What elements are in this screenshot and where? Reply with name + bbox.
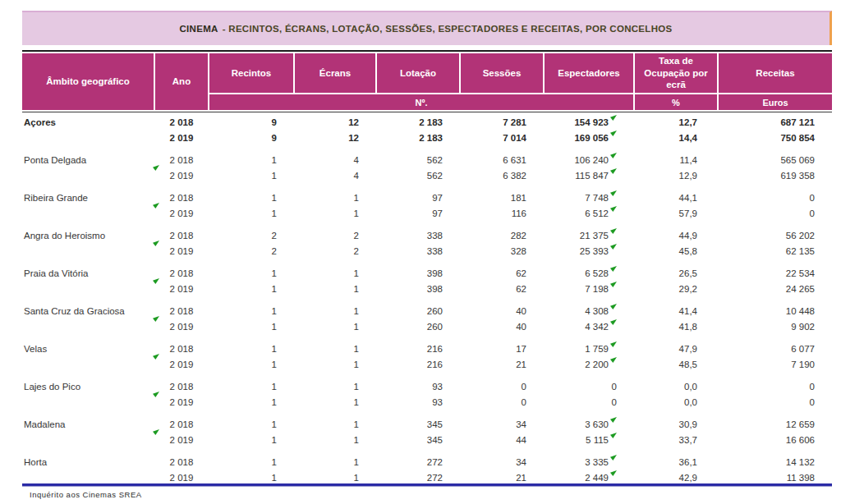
espectadores-value: 5 115 <box>586 435 609 445</box>
cell-concelho-name: Praia da Vitória <box>22 266 154 282</box>
ano-value: 2 019 <box>170 473 194 483</box>
cell-sessoes: 7 014 <box>461 131 543 146</box>
cell-lotacao: 338 <box>377 228 459 244</box>
espectadores-value: 3 630 <box>585 419 609 429</box>
cell-espectadores: 4 342 <box>545 319 633 335</box>
column-header-lotacao: Lotação <box>377 53 459 93</box>
cell-ecrans: 1 <box>295 455 375 470</box>
cell-recintos: 1 <box>209 417 293 433</box>
cell-concelho-name: Lajes do Pico <box>22 379 154 395</box>
table-row: 2 01911398627 19829,224 265 <box>22 282 832 297</box>
cell-espectadores: 21 375 <box>545 228 633 244</box>
green-flag-icon <box>610 266 617 272</box>
cell-ecrans: 1 <box>295 266 375 282</box>
cell-lotacao: 93 <box>377 379 459 395</box>
cell-lotacao: 97 <box>377 206 459 222</box>
table-row: 2 0199122 1837 014169 05614,4750 854 <box>22 131 832 146</box>
ano-value: 2 018 <box>170 193 194 203</box>
espectadores-value: 106 240 <box>574 155 609 165</box>
concelho-group: Açores2 0189122 1837 281154 92312,7687 1… <box>22 115 832 146</box>
column-header-ambito-geografico: Âmbito geográfico <box>22 53 154 110</box>
cell-recintos: 1 <box>209 266 293 282</box>
cell-lotacao: 2 183 <box>377 115 459 131</box>
cell-concelho-name <box>22 244 154 259</box>
table-body: Açores2 0189122 1837 281154 92312,7687 1… <box>22 115 832 486</box>
cell-concelho-name <box>22 282 154 297</box>
cell-receitas: 565 069 <box>719 153 832 168</box>
green-flag-icon <box>610 304 617 309</box>
cell-recintos: 2 <box>209 244 293 259</box>
cell-sessoes: 7 281 <box>461 115 543 131</box>
concelho-group: Velas2 01811216171 75947,96 0772 0191121… <box>22 341 832 373</box>
cell-ecrans: 1 <box>295 190 375 206</box>
cell-ecrans: 1 <box>295 417 375 433</box>
ano-value: 2 019 <box>170 360 194 369</box>
cell-taxa-ocupacao: 41,8 <box>635 319 717 335</box>
cell-taxa-ocupacao: 0,0 <box>635 395 717 410</box>
cell-sessoes: 17 <box>461 341 543 357</box>
cell-receitas: 62 135 <box>719 244 832 259</box>
cell-ano: 2 019 <box>155 357 208 373</box>
cell-sessoes: 0 <box>461 395 543 410</box>
cell-ecrans: 1 <box>295 379 375 395</box>
concelho-group: Horta2 01811272343 33536,114 1322 019112… <box>22 455 832 486</box>
cell-receitas: 7 190 <box>719 357 832 373</box>
table-row: 2 0191193000,00 <box>22 395 832 410</box>
table-row: Ponta Delgada2 018145626 631106 24011,45… <box>22 153 832 168</box>
green-flag-icon <box>610 115 617 121</box>
ano-value: 2 019 <box>170 133 194 143</box>
cell-espectadores: 6 512 <box>545 206 633 222</box>
cell-espectadores: 3 335 <box>545 455 633 470</box>
cell-recintos: 1 <box>209 433 293 448</box>
ano-value: 2 018 <box>170 382 194 392</box>
cell-concelho-name: Santa Cruz da Graciosa <box>22 304 154 319</box>
cell-lotacao: 216 <box>377 357 459 373</box>
cell-concelho-name: Açores <box>22 115 154 131</box>
cell-ecrans: 4 <box>295 168 375 184</box>
cell-lotacao: 272 <box>377 455 459 470</box>
unit-header-numero: Nº. <box>209 94 633 110</box>
espectadores-value: 2 449 <box>585 473 609 483</box>
green-flag-icon <box>610 228 617 234</box>
green-flag-icon <box>610 190 617 196</box>
cell-espectadores: 0 <box>545 379 633 395</box>
cell-recintos: 1 <box>209 304 293 319</box>
cell-receitas: 0 <box>719 190 832 206</box>
column-header-espectadores: Espectadores <box>545 53 633 93</box>
concelho-group: Ponta Delgada2 018145626 631106 24011,45… <box>22 153 832 184</box>
cell-ecrans: 1 <box>295 357 375 373</box>
cell-ano: 2 019 <box>155 131 208 146</box>
ano-value: 2 018 <box>170 344 194 354</box>
cell-sessoes: 181 <box>461 190 543 206</box>
cell-ecrans: 1 <box>295 395 375 410</box>
green-flag-icon <box>610 357 617 363</box>
espectadores-value: 7 748 <box>585 193 609 203</box>
cell-ano: 2 018 <box>155 153 208 168</box>
ano-value: 2 019 <box>170 322 194 332</box>
cell-ano: 2 018 <box>155 266 208 282</box>
cell-ano: 2 018 <box>155 341 208 357</box>
table-row: Velas2 01811216171 75947,96 077 <box>22 341 832 357</box>
ano-value: 2 018 <box>170 419 194 429</box>
cell-recintos: 2 <box>209 228 293 244</box>
cell-taxa-ocupacao: 36,1 <box>635 455 717 470</box>
green-flag-icon <box>610 282 617 287</box>
ano-value: 2 018 <box>170 457 194 467</box>
table-row: 2 01911260404 34241,89 902 <box>22 319 832 335</box>
espectadores-value: 25 393 <box>580 246 609 256</box>
cell-taxa-ocupacao: 26,5 <box>635 266 717 282</box>
cell-espectadores: 7 198 <box>545 282 633 297</box>
ano-value: 2 018 <box>170 155 194 165</box>
cell-recintos: 1 <box>209 206 293 222</box>
concelho-group: Santa Cruz da Graciosa2 01811260404 3084… <box>22 304 832 335</box>
cell-receitas: 6 077 <box>719 341 832 357</box>
table-row: Madalena2 01811345343 63030,912 659 <box>22 417 832 433</box>
espectadores-value: 169 056 <box>574 133 609 143</box>
cell-taxa-ocupacao: 33,7 <box>635 433 717 448</box>
green-flag-icon <box>610 131 617 136</box>
concelho-group: Madalena2 01811345343 63030,912 6592 019… <box>22 417 832 448</box>
cell-ano: 2 019 <box>155 282 208 297</box>
cell-ecrans: 1 <box>295 206 375 222</box>
cell-recintos: 1 <box>209 168 293 184</box>
cell-ano: 2 019 <box>155 395 208 410</box>
